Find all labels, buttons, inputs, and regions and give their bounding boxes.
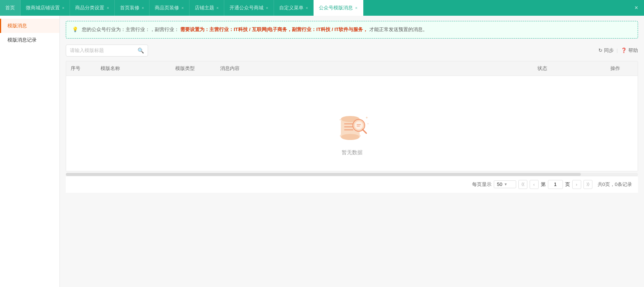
chevron-down-icon: ▼ — [504, 182, 508, 186]
horizontal-scrollbar[interactable] — [66, 173, 638, 176]
page-size-label: 每页显示 — [472, 181, 492, 188]
tab-weshop[interactable]: 微商城店铺设置 × — [21, 0, 70, 16]
sidebar: 模版消息 模版消息记录 — [0, 16, 60, 287]
empty-state: ✦ ✦ ✦ 暂无数据 — [66, 76, 638, 171]
tab-homepage[interactable]: 首页装修 × — [115, 0, 150, 16]
notice-banner: 💡 您的公众号行业为：主营行业：，副营行业： 需要设置为：主营行业：IT科技 /… — [66, 21, 638, 39]
table-header: 序号 模版名称 模版类型 消息内容 状态 操作 — [66, 61, 638, 76]
empty-svg-icon: ✦ ✦ ✦ — [330, 98, 375, 143]
tab-product-close[interactable]: × — [181, 6, 184, 10]
page-suffix: 页 — [565, 181, 570, 188]
tab-official-label: 开通公众号商城 — [229, 4, 264, 11]
svg-text:✦: ✦ — [339, 118, 342, 122]
tab-template-close[interactable]: × — [355, 6, 357, 10]
sync-button[interactable]: ↻ 同步 — [598, 47, 614, 54]
page-number-input[interactable] — [548, 180, 563, 189]
tab-homepage-close[interactable]: × — [142, 6, 144, 10]
scrollbar-thumb[interactable] — [66, 173, 581, 176]
th-seq: 序号 — [66, 61, 96, 76]
tab-weshop-close[interactable]: × — [62, 6, 64, 10]
tab-category[interactable]: 商品分类设置 × — [70, 0, 114, 16]
sidebar-item-template-msg-label: 模版消息 — [7, 23, 27, 28]
divider: | — [617, 48, 618, 53]
tab-bar-global-close[interactable]: × — [629, 4, 644, 11]
sync-icon: ↻ — [598, 48, 603, 53]
tab-template[interactable]: 公众号模版消息 × — [314, 0, 363, 16]
page-first-button[interactable]: ⟨⟨ — [518, 180, 527, 189]
tab-menu[interactable]: 自定义菜单 × — [274, 0, 314, 16]
th-action: 操作 — [593, 61, 638, 76]
svg-text:✦: ✦ — [365, 116, 368, 120]
tab-theme-close[interactable]: × — [216, 6, 219, 10]
page-label: 第 — [541, 181, 546, 188]
tab-official[interactable]: 开通公众号商城 × — [224, 0, 274, 16]
tab-weshop-label: 微商城店铺设置 — [26, 4, 60, 11]
help-icon: ❓ — [621, 48, 627, 53]
svg-point-8 — [355, 121, 363, 129]
main-layout: 模版消息 模版消息记录 💡 您的公众号行业为：主营行业：，副营行业： 需要设置为… — [0, 16, 644, 287]
search-input-wrap[interactable]: 🔍 — [66, 45, 148, 57]
data-table: 序号 模版名称 模版类型 消息内容 状态 操作 — [66, 61, 638, 171]
search-bar: 🔍 ↻ 同步 | ❓ 帮助 — [66, 45, 638, 57]
page-next-button[interactable]: › — [572, 180, 581, 189]
notice-prefix: 您的公众号行业为：主营行业：，副营行业： — [82, 27, 179, 32]
tab-category-close[interactable]: × — [107, 6, 109, 10]
sidebar-item-template-msg[interactable]: 模版消息 — [0, 19, 59, 33]
svg-line-9 — [363, 129, 366, 133]
notice-highlight: 需要设置为：主营行业：IT科技 / 互联网|电子商务，副营行业：IT科技 / I… — [180, 27, 368, 32]
page-last-button[interactable]: ⟩⟩ — [583, 180, 592, 189]
tab-theme-label: 店铺主题 — [195, 4, 214, 11]
sidebar-item-template-record[interactable]: 模版消息记录 — [0, 33, 59, 47]
tab-home[interactable]: 首页 — [0, 0, 21, 16]
sync-label: 同步 — [604, 47, 614, 54]
page-total: 共0页，0条记录 — [598, 181, 632, 188]
tab-template-label: 公众号模版消息 — [319, 4, 353, 11]
notice-suffix: 才能正常发送预置的消息。 — [369, 27, 428, 32]
page-size-select[interactable]: 50 ▼ — [494, 180, 516, 188]
th-content: 消息内容 — [216, 61, 533, 76]
page-size-value: 50 — [497, 181, 502, 187]
help-button[interactable]: ❓ 帮助 — [621, 47, 638, 54]
th-status: 状态 — [533, 61, 593, 76]
pagination: 每页显示 50 ▼ ⟨⟨ ‹ 第 页 › ⟩⟩ 共0页，0条记录 — [66, 176, 638, 193]
content-area: 💡 您的公众号行业为：主营行业：，副营行业： 需要设置为：主营行业：IT科技 /… — [60, 16, 644, 287]
tab-theme[interactable]: 店铺主题 × — [189, 0, 224, 16]
tab-category-label: 商品分类设置 — [75, 4, 104, 11]
sidebar-item-template-record-label: 模版消息记录 — [7, 37, 37, 43]
tab-bar: 首页 微商城店铺设置 × 商品分类设置 × 首页装修 × 商品页装修 × 店铺主… — [0, 0, 644, 16]
page-prev-button[interactable]: ‹ — [530, 180, 539, 189]
th-name: 模版名称 — [96, 61, 171, 76]
search-actions: ↻ 同步 | ❓ 帮助 — [598, 47, 638, 54]
svg-point-3 — [341, 134, 360, 140]
search-icon[interactable]: 🔍 — [138, 48, 144, 54]
tab-homepage-label: 首页装修 — [120, 4, 139, 11]
tab-menu-label: 自定义菜单 — [279, 4, 303, 11]
empty-illustration: ✦ ✦ ✦ — [330, 98, 375, 143]
tab-product[interactable]: 商品页装修 × — [150, 0, 189, 16]
tab-product-label: 商品页装修 — [155, 4, 179, 11]
search-input[interactable] — [70, 48, 138, 53]
tab-official-close[interactable]: × — [266, 6, 268, 10]
tab-menu-close[interactable]: × — [306, 6, 308, 10]
th-type: 模版类型 — [171, 61, 216, 76]
empty-text: 暂无数据 — [342, 149, 363, 156]
tab-home-label: 首页 — [5, 4, 15, 11]
notice-icon: 💡 — [72, 27, 78, 32]
help-label: 帮助 — [628, 47, 638, 54]
svg-text:✦: ✦ — [367, 123, 369, 125]
